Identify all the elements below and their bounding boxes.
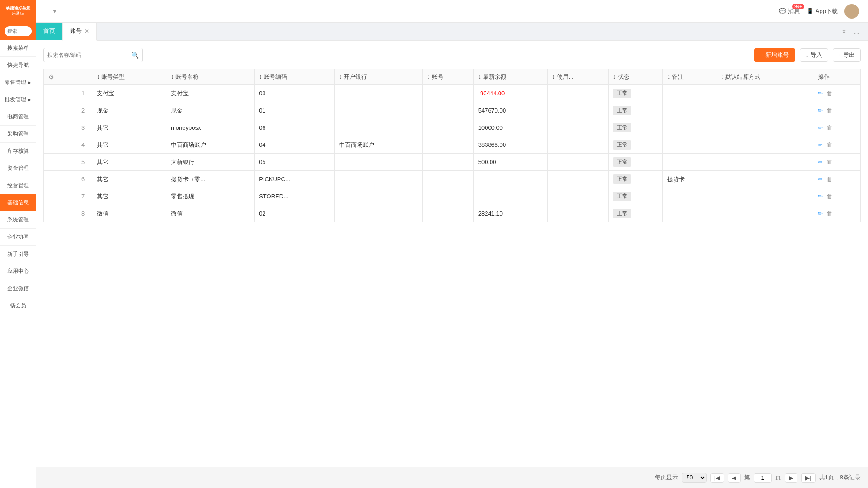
import-icon: ↓ (806, 52, 809, 59)
sidebar-item-label-operation-mgmt: 经营管理 (7, 182, 29, 188)
cell-code: 03 (255, 85, 335, 102)
col-type[interactable]: ↕ 账号类型 (92, 69, 166, 85)
import-button[interactable]: ↓ 导入 (800, 48, 828, 62)
edit-button[interactable]: ✏ (818, 159, 823, 165)
cell-name: 微信 (166, 205, 254, 222)
cell-bank (334, 188, 422, 205)
topbar-left: ▼ (45, 8, 57, 14)
first-page-button[interactable]: |◀ (710, 473, 724, 483)
sidebar-item-basic-info[interactable]: 基础信息 (0, 194, 36, 211)
edit-button[interactable]: ✏ (818, 210, 823, 217)
cell-type: 微信 (92, 205, 166, 222)
sidebar-item-enterprise-wechat[interactable]: 企业微信 (0, 280, 36, 297)
sidebar-item-capital-mgmt[interactable]: 资金管理 (0, 160, 36, 177)
col-status[interactable]: ↕ 状态 (608, 69, 662, 85)
sidebar-item-beginner-guide[interactable]: 新手引导 (0, 246, 36, 263)
export-icon: ↑ (839, 52, 842, 59)
edit-button[interactable]: ✏ (818, 90, 823, 97)
page-label2: 页 (775, 474, 781, 482)
sidebar-item-label-purchase-mgmt: 采购管理 (7, 131, 29, 137)
cell-account (423, 85, 474, 102)
cell-account (423, 102, 474, 119)
edit-button[interactable]: ✏ (818, 107, 823, 114)
tab-accounts[interactable]: 账号 ✕ (63, 23, 97, 41)
sidebar-item-wholesale-mgmt[interactable]: 批发管理 ▶ (0, 91, 36, 108)
edit-button[interactable]: ✏ (818, 176, 823, 183)
cell-status: 正常 (608, 171, 662, 188)
sidebar-item-enterprise-protocol[interactable]: 企业协同 (0, 229, 36, 246)
pagination-bar: 每页显示 50 100 200 |◀ ◀ 第 页 ▶ ▶| 共1页，8条记录 (36, 467, 868, 488)
col-settlement[interactable]: ↕ 默认结算方式 (716, 69, 813, 85)
cell-balance: -90444.00 (473, 85, 547, 102)
sidebar-item-label-capital-mgmt: 资金管理 (7, 165, 29, 171)
current-page-input[interactable] (754, 473, 772, 483)
delete-button[interactable]: 🗑 (826, 193, 832, 200)
cell-bank (334, 119, 422, 136)
cell-index: 7 (74, 188, 92, 205)
col-settings[interactable]: ⚙ (44, 69, 74, 85)
cell-settlement (716, 154, 813, 171)
delete-button[interactable]: 🗑 (826, 210, 832, 217)
tab-fullscreen-icon[interactable]: ⛶ (854, 28, 859, 35)
sidebar-item-inventory-check[interactable]: 库存核算 (0, 143, 36, 160)
page-size-select[interactable]: 50 100 200 (682, 473, 707, 483)
cell-settings (44, 171, 74, 188)
cell-index: 2 (74, 102, 92, 119)
sidebar-item-app-center[interactable]: 应用中心 (0, 263, 36, 280)
cell-settings (44, 119, 74, 136)
prev-page-button[interactable]: ◀ (728, 473, 741, 483)
delete-button[interactable]: 🗑 (826, 124, 832, 131)
tab-collapse-icon[interactable]: ✕ (842, 28, 846, 35)
cell-code: 04 (255, 136, 335, 154)
cell-type: 其它 (92, 136, 166, 154)
sidebar-item-search-menu[interactable]: 搜索菜单 (0, 40, 36, 57)
last-page-button[interactable]: ▶| (801, 473, 815, 483)
status-badge: 正常 (613, 123, 631, 132)
sidebar: 畅捷通好生意 乐通版 搜索菜单快捷导航零售管理 ▶批发管理 ▶电商管理采购管理库… (0, 0, 36, 488)
cell-status: 正常 (608, 154, 662, 171)
cell-account (423, 171, 474, 188)
tab-accounts-close-icon[interactable]: ✕ (85, 28, 89, 34)
cell-status: 正常 (608, 102, 662, 119)
col-bank[interactable]: ↕ 开户银行 (334, 69, 422, 85)
delete-button[interactable]: 🗑 (826, 176, 832, 183)
import-label: 导入 (811, 51, 822, 59)
delete-button[interactable]: 🗑 (826, 141, 832, 148)
col-usage[interactable]: ↕ 使用... (547, 69, 608, 85)
sidebar-item-quick-nav[interactable]: 快捷导航 (0, 57, 36, 74)
col-code[interactable]: ↕ 账号编码 (255, 69, 335, 85)
cell-actions: ✏🗑 (813, 188, 861, 205)
delete-button[interactable]: 🗑 (826, 107, 832, 114)
col-name[interactable]: ↕ 账号名称 (166, 69, 254, 85)
sidebar-search-input[interactable] (5, 26, 32, 36)
sidebar-item-operation-mgmt[interactable]: 经营管理 (0, 177, 36, 194)
edit-button[interactable]: ✏ (818, 193, 823, 200)
col-account[interactable]: ↕ 账号 (423, 69, 474, 85)
user-avatar[interactable] (844, 4, 859, 19)
edit-button[interactable]: ✏ (818, 141, 823, 148)
sidebar-item-system-mgmt[interactable]: 系统管理 (0, 211, 36, 229)
topbar-message-button[interactable]: 💬 消息 99+ (779, 7, 800, 15)
next-page-button[interactable]: ▶ (785, 473, 797, 483)
logo-sub: 乐通版 (12, 11, 24, 17)
sidebar-item-ecommerce-mgmt[interactable]: 电商管理 (0, 108, 36, 126)
cell-remark: 提货卡 (662, 171, 716, 188)
topbar-app-download-button[interactable]: 📱 App下载 (807, 7, 838, 15)
sidebar-item-label-inventory-check: 库存核算 (7, 148, 29, 154)
edit-button[interactable]: ✏ (818, 124, 823, 131)
tab-home[interactable]: 首页 (36, 23, 63, 41)
delete-button[interactable]: 🗑 (826, 159, 832, 165)
sidebar-item-purchase-mgmt[interactable]: 采购管理 (0, 126, 36, 143)
sidebar-item-member[interactable]: 畅会员 (0, 297, 36, 314)
status-badge: 正常 (613, 140, 631, 150)
search-input[interactable] (47, 52, 131, 58)
col-balance[interactable]: ↕ 最新余额 (473, 69, 547, 85)
export-button[interactable]: ↑ 导出 (833, 48, 861, 62)
delete-button[interactable]: 🗑 (826, 90, 832, 97)
col-remark[interactable]: ↕ 备注 (662, 69, 716, 85)
sidebar-item-label-ecommerce-mgmt: 电商管理 (7, 113, 29, 120)
cell-type: 其它 (92, 154, 166, 171)
new-account-button[interactable]: + 新增账号 (754, 48, 795, 62)
cell-index: 5 (74, 154, 92, 171)
sidebar-item-retail-mgmt[interactable]: 零售管理 ▶ (0, 74, 36, 91)
